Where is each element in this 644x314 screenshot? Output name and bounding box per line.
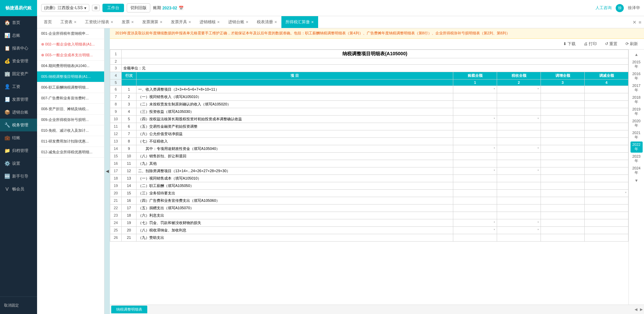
nav-tabs: 首页 工资表 ✕ 工资统计报表 ✕ 发票 ✕ 发票测算 ✕ 发票开具 ✕ 进销稽… [37, 16, 644, 28]
year-2018[interactable]: 2018年 [631, 94, 643, 105]
sidebar-item-guide[interactable]: 🆕 新手引导 [0, 170, 37, 183]
year-2016[interactable]: 2016年 [631, 71, 643, 82]
year-2024[interactable]: 2024年 [631, 165, 643, 176]
old-version-button[interactable]: 切到旧版 [127, 3, 150, 12]
download-button[interactable]: ⬇ 下载 [561, 40, 578, 48]
sidebar-item-archive[interactable]: 📁 归档管理 [0, 144, 37, 157]
tab-ledger[interactable]: 进销台账 ✕ [224, 16, 253, 28]
year-2021[interactable]: 2021年 [631, 130, 643, 141]
tab-payroll[interactable]: 工资表 ✕ [56, 16, 81, 28]
payroll-icon: 👤 [4, 84, 10, 90]
table-row: 21 16 （四）广告费和业务宣传费支出（填写A105060） [110, 197, 628, 204]
sidebar-item-home-label: 首页 [12, 20, 20, 26]
sidebar-item-home[interactable]: 🏠 首页 [0, 16, 37, 29]
sidebar-item-settings[interactable]: ⚙️ 设置 [0, 157, 37, 170]
tab-home[interactable]: 首页 [40, 16, 56, 28]
tab-invoice[interactable]: 发票 ✕ [118, 16, 138, 28]
left-panel-item-1[interactable]: ⊗ 002-一般企业收入明细表(A1... [37, 39, 104, 50]
left-panel-item-5[interactable]: 006-职工薪酬纳税调整明细... [37, 82, 104, 93]
sidebar-item-vip[interactable]: V 畅会员 [0, 183, 37, 195]
tax-icon: 🔧 [4, 122, 10, 128]
support-link[interactable]: 人工咨询 [595, 5, 612, 11]
close-all-button[interactable]: ✕ [633, 20, 637, 25]
sidebar-item-capital[interactable]: 💰 资金管理 [0, 55, 37, 67]
tab-payroll-stats-close[interactable]: ✕ [111, 20, 113, 24]
year-down-button[interactable]: ▼ [632, 177, 641, 184]
sub-col3: 3 [541, 79, 585, 86]
company-selector[interactable]: (勿删）江西股金-LSS ▾ [41, 4, 89, 12]
left-panel-item-8[interactable]: 009-企业所得税弥补亏损明... [37, 115, 104, 125]
copy-button[interactable]: ⊟ [92, 5, 100, 11]
col-c1-header: 账载全额 [453, 72, 497, 79]
tab-income-tax-close[interactable]: ✕ [311, 20, 314, 24]
period-label: 账期 [153, 5, 161, 11]
tab-tax-table-close[interactable]: ✕ [274, 20, 277, 24]
tab-invoice-open-close[interactable]: ✕ [188, 20, 191, 24]
scroll-right-btn[interactable]: ▶ [640, 307, 643, 312]
year-2015[interactable]: 2015年 [631, 59, 643, 70]
sidebar-item-payroll[interactable]: 👤 工资 [0, 80, 37, 93]
tab-invoice-calc[interactable]: 发票测算 ✕ [138, 16, 167, 28]
table-row: 1 纳税调整项目明细表(A105000) [110, 50, 628, 58]
sidebar-item-ledger[interactable]: 📊 总账 [0, 29, 37, 42]
refresh-button[interactable]: ⟳ 刷新 [623, 40, 640, 48]
spreadsheet: 1 纳税调整项目明细表(A105000) 2 3 全额单位 [110, 50, 628, 242]
print-button[interactable]: 🖨 打印 [582, 40, 599, 48]
sidebar-item-invoice-label: 发票管理 [12, 97, 28, 102]
year-2020[interactable]: 2020年 [631, 118, 643, 129]
year-2022[interactable]: 2022年 [631, 142, 643, 153]
tab-payroll-stats-label: 工资统计报表 [85, 19, 109, 25]
sidebar-item-trade-label: 进销台账 [12, 109, 28, 115]
sidebar-item-trade[interactable]: 📦 进销台账 [0, 106, 37, 119]
tab-audit-close[interactable]: ✕ [217, 20, 220, 24]
reset-button[interactable]: ↺ 重置 [603, 40, 619, 48]
tab-ledger-close[interactable]: ✕ [246, 20, 248, 24]
year-2019[interactable]: 2019年 [631, 106, 643, 117]
table-row: 14 9 其中：专项用途财政性资金（填写A105040） * * [110, 145, 628, 152]
left-panel-item-0[interactable]: 001-企业所得税年度纳税申... [37, 28, 104, 39]
tabs-menu-button[interactable]: ≡ [639, 20, 641, 25]
table-header-row1: 4 行次 项 目 账载全额 税收全额 调增全额 调减全额 [110, 72, 628, 79]
tab-invoice-calc-close[interactable]: ✕ [160, 20, 162, 24]
ledger-icon: 📊 [4, 32, 10, 38]
guide-icon: 🆕 [4, 173, 10, 179]
tab-payroll-close[interactable]: ✕ [74, 20, 76, 24]
tab-audit[interactable]: 进销稽核 ✕ [195, 16, 224, 28]
sidebar-item-assets[interactable]: 🏢 固定资产 [0, 67, 37, 80]
left-panel-item-6[interactable]: 007-广告费和业务宣传费时... [37, 93, 104, 104]
workspace-button[interactable]: 工作台 [102, 4, 124, 12]
scroll-left-btn[interactable]: ◀ [635, 307, 637, 312]
tab-tax-table[interactable]: 税表清册 ✕ [253, 16, 281, 28]
bottom-tab-adjust[interactable]: 纳税调整明细表 [111, 306, 147, 313]
left-panel-item-2[interactable]: ⊗ 003-一般企业成本支出明细... [37, 50, 104, 61]
sidebar-item-invoice[interactable]: 🧾 发票管理 [0, 93, 37, 106]
sub-col2: 2 [497, 79, 541, 86]
left-panel-item-11[interactable]: 012-减免企业所得税优惠明细... [37, 147, 104, 158]
calendar-icon[interactable]: 📅 [179, 6, 184, 10]
tab-income-tax[interactable]: 所得税汇算缴 ✕ [281, 16, 318, 28]
sidebar-item-tax[interactable]: 🔧 税务管理 [0, 119, 37, 131]
year-2017[interactable]: 2017年 [631, 83, 643, 94]
sheet-container[interactable]: 1 纳税调整项目明细表(A105000) 2 3 全额单位 [110, 50, 628, 305]
left-panel-item-7[interactable]: 008-资产折旧、摊销及纳税... [37, 104, 104, 115]
tab-invoice-open[interactable]: 发票开具 ✕ [167, 16, 195, 28]
right-area: 2019年度涉及取以前年度继续数据的申报表单元格需要手工维护正确，才能保证本年及… [110, 28, 644, 314]
left-panel-item-10[interactable]: 011-研发费用加计扣除优惠... [37, 136, 104, 147]
left-panel-item-3[interactable]: 004-期间费用明细表(A1040... [37, 61, 104, 71]
left-panel-item-9[interactable]: 010-免税、减计收入及加计... [37, 125, 104, 136]
left-panel-item-4[interactable]: 005-纳税调整项目明细表(A1... [37, 71, 104, 82]
tab-invoice-open-label: 发票开具 [171, 19, 187, 25]
sidebar-item-report[interactable]: 📋 报表中心 [0, 42, 37, 55]
tab-invoice-close[interactable]: ✕ [131, 20, 134, 24]
year-2023[interactable]: 2023年 [631, 153, 643, 164]
table-row: 24 19 （七）罚金、罚款和被没收财物的损失 * * [110, 219, 628, 226]
tab-ledger-label: 进销台账 [228, 19, 244, 25]
tab-payroll-stats[interactable]: 工资统计报表 ✕ [81, 16, 118, 28]
tab-audit-label: 进销稽核 [200, 19, 216, 25]
year-up-button[interactable]: ▲ [632, 51, 641, 58]
sidebar-item-close[interactable]: 💼 结账 [0, 131, 37, 144]
collapse-panel-button[interactable]: ◀ [104, 28, 110, 314]
username[interactable]: 徐泽华 [628, 5, 640, 11]
unpin-button[interactable]: 取消固定 [0, 300, 37, 311]
table-row: 16 11 （九）其他 [110, 160, 628, 167]
